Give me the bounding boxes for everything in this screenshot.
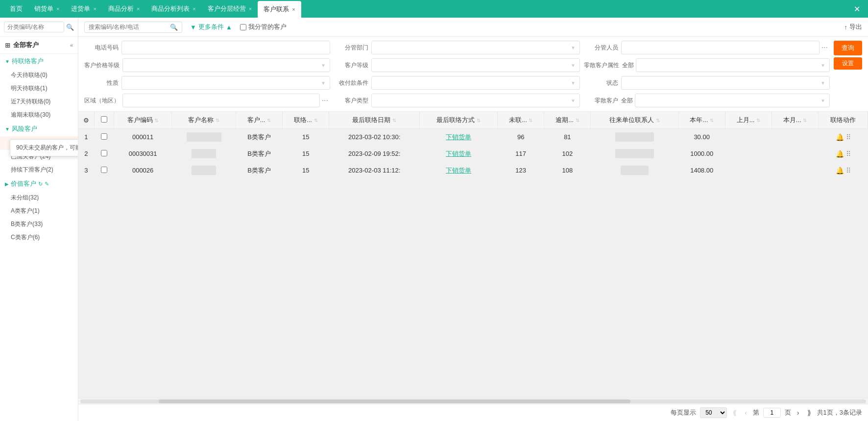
sort-icon[interactable]: ⇅ [477,118,481,123]
nature-select[interactable]: ▼ [121,76,330,90]
customer-table: ⚙ 客户编码 ⇅ 客户名称 ⇅ 客户... ⇅ 联络... ⇅ 最后联络日期 ⇅… [78,112,868,179]
row-select-checkbox[interactable] [101,167,107,173]
sidebar-item-class-c[interactable]: C类客户(6) [0,231,78,244]
sidebar-search-input[interactable] [4,22,64,32]
next-page-button[interactable]: › [795,409,801,417]
my-customers-checkbox[interactable] [240,24,246,30]
page-number-input[interactable] [763,408,781,418]
row-select-checkbox[interactable] [101,150,107,156]
sidebar-group-pending[interactable]: ▼ 待联络客户 [0,54,78,69]
my-customers-checkbox-label[interactable]: 我分管的客户 [240,23,287,31]
region-input[interactable] [122,94,320,107]
edit-icon[interactable]: ✎ [45,181,49,187]
export-button[interactable]: ↑ 导出 [844,23,863,31]
collapse-icon[interactable]: « [70,42,73,48]
refresh-icon[interactable]: ↻ [38,181,43,187]
nav-tab-analysis[interactable]: 商品分析 × [102,0,145,18]
first-page-button[interactable]: ⟪ [731,409,739,417]
more-actions-icon[interactable]: ⠿ [846,150,851,158]
nav-tab-salesorder[interactable]: 销货单 × [28,0,65,18]
retail-select[interactable]: ▼ [635,94,830,107]
sort-icon[interactable]: ⇅ [154,118,158,123]
settings-button[interactable]: 设置 [834,57,862,70]
sort-icon[interactable]: ⇅ [710,118,714,123]
sidebar-search-icon[interactable]: 🔍 [66,24,74,31]
sort-icon[interactable]: ⇅ [756,118,760,123]
retail-attr-select[interactable]: ▼ [636,58,830,72]
sort-icon[interactable]: ⇅ [267,118,271,123]
phone-input[interactable] [121,41,330,54]
sort-icon[interactable]: ⇅ [216,118,219,123]
sidebar-item-declining[interactable]: 持续下滑客户(2) [0,163,78,176]
last-method-link[interactable]: 下销货单 [446,150,471,157]
close-customerlayer-icon[interactable]: × [249,6,252,12]
prev-page-button[interactable]: ‹ [743,409,749,417]
last-method-link[interactable]: 下销货单 [446,133,471,141]
sidebar-item-class-a[interactable]: A类客户(1) [0,204,78,218]
close-salesorder-icon[interactable]: × [56,6,59,12]
price-level-select[interactable]: ▼ [122,58,330,72]
page-size-select[interactable]: 50 20 100 [700,407,727,418]
contact-icon[interactable]: 🔔 [836,167,844,174]
status-select[interactable]: ▼ [621,76,830,90]
sidebar-item-ungrouped[interactable]: 未分组(32) [0,191,78,204]
payment-select[interactable]: ▼ [371,76,580,90]
horizontal-scrollbar[interactable] [78,398,868,404]
contact-icon[interactable]: 🔔 [836,150,844,158]
dept-select[interactable]: ▼ [371,41,580,54]
sort-icon[interactable]: ⇅ [803,118,807,123]
contact-icon[interactable]: 🔔 [836,133,844,141]
customer-type-select[interactable]: ▼ [371,94,580,107]
table-row: 2 00030031 ██ B类客户 15 2023-02-09 19:52: … [78,146,868,162]
sidebar-group-risk[interactable]: ▼ 风险客户 [0,122,78,136]
last-page-button[interactable]: ⟫ [805,409,813,417]
sort-icon[interactable]: ⇅ [576,118,579,123]
row-lastmethod[interactable]: 下销货单 [420,162,498,179]
close-customercontact-icon[interactable]: × [292,6,295,12]
table-col-action: 联络动作 [819,112,868,129]
nav-home[interactable]: 首页 [4,4,28,13]
sidebar-item-tomorrow[interactable]: 明天待联络(1) [0,82,78,95]
more-actions-icon[interactable]: ⠿ [846,167,851,174]
row-select-checkbox[interactable] [101,133,107,140]
sort-icon[interactable]: ⇅ [314,118,318,123]
sort-icon[interactable]: ⇅ [656,118,660,123]
row-checkbox[interactable] [94,162,114,179]
close-purchaseorder-icon[interactable]: × [93,6,96,12]
more-conditions-button[interactable]: ▼ 更多条件 ▲ [187,21,235,33]
nav-tab-customerlayer[interactable]: 客户分层经营 × [202,0,258,18]
nav-tab-purchaseorder[interactable]: 进货单 × [65,0,102,18]
last-method-link[interactable]: 下销货单 [446,167,471,174]
scrollbar-thumb[interactable] [159,399,630,403]
sidebar-item-class-b[interactable]: B类客户(33) [0,218,78,231]
search-submit-icon[interactable]: 🔍 [170,24,178,31]
row-checkbox[interactable] [94,129,114,146]
close-analysislist-icon[interactable]: × [193,6,195,12]
sidebar-all-customers[interactable]: ⊞ 全部客户 « [0,37,78,54]
query-button[interactable]: 查询 [834,41,862,55]
row-lastmethod[interactable]: 下销货单 [420,129,498,146]
row-lastmethod[interactable]: 下销货单 [420,146,498,162]
manager-input[interactable] [621,41,820,54]
search-input[interactable] [89,24,170,30]
close-analysis-icon[interactable]: × [137,6,140,12]
more-actions-icon[interactable]: ⠿ [846,133,851,141]
sidebar-item-today[interactable]: 今天待联络(0) [0,69,78,82]
nav-tab-customercontact[interactable]: 客户联系 × [258,1,301,18]
blurred-contact: ██ ██ ██ [615,149,654,158]
select-all-checkbox[interactable] [101,116,107,123]
customer-level-select[interactable]: ▼ [371,58,580,72]
sort-icon[interactable]: ⇅ [392,118,396,123]
sidebar-item-overdue[interactable]: 逾期未联络(30) [0,108,78,122]
sidebar-item-7days[interactable]: 近7天待联络(0) [0,95,78,108]
sort-icon[interactable]: ⇅ [529,118,532,123]
table-gear-header[interactable]: ⚙ [78,112,94,129]
table-scroll[interactable]: ⚙ 客户编码 ⇅ 客户名称 ⇅ 客户... ⇅ 联络... ⇅ 最后联络日期 ⇅… [78,112,868,398]
nav-tab-analysislist[interactable]: 商品分析列表 × [145,0,201,18]
row-checkbox[interactable] [94,146,114,162]
table-checkbox-header[interactable] [94,112,114,129]
manager-dots-icon[interactable]: ··· [820,43,830,52]
sidebar-group-value[interactable]: ▶ 价值客户 ↻ ✎ [0,176,78,191]
region-dots-icon[interactable]: ··· [320,96,330,105]
window-close-icon[interactable]: ✕ [850,4,864,14]
